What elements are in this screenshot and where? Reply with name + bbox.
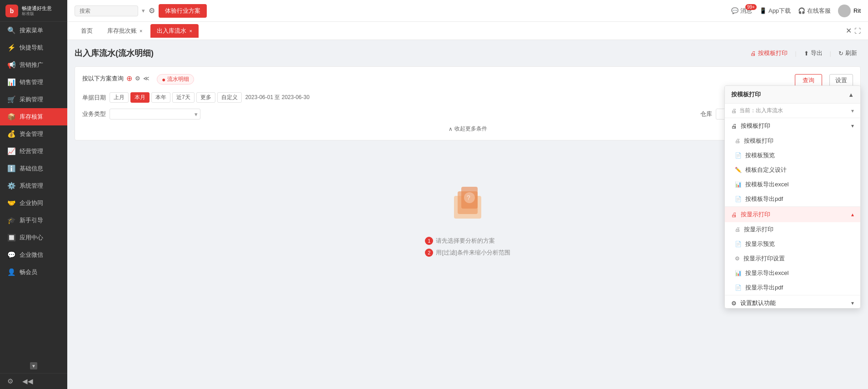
export-button[interactable]: ⬆ 导出 — [800, 47, 826, 59]
template-print-section-content: 🖨 按模板打印 📄 按模板预览 ✏️ 模板自定义设计 📊 — [725, 134, 860, 206]
sidebar-item-inventory[interactable]: 📦 库存核算 — [0, 108, 67, 125]
page-top-actions: 🖨 按模板打印 | ⬆ 导出 | ↻ 刷新 — [747, 47, 861, 59]
sidebar-item-quick-nav[interactable]: ⚡ 快捷导航 — [0, 39, 67, 56]
display-preview-icon: 📄 — [735, 241, 742, 247]
date-this-year[interactable]: 本年 — [151, 92, 170, 103]
tab-batch-ledger[interactable]: 库存批次账 × — [101, 24, 149, 38]
cooperation-icon: 🤝 — [7, 199, 16, 207]
date-custom[interactable]: 自定义 — [217, 92, 242, 103]
default-section-arrow: ▾ — [851, 300, 854, 306]
template-print-item[interactable]: 🖨 按模板打印 — [731, 134, 860, 148]
empty-icon: ? — [445, 182, 490, 228]
sidebar-item-purchase[interactable]: 🛒 采购管理 — [0, 91, 67, 108]
search-icon: 🔍 — [7, 26, 16, 35]
svg-text:?: ? — [467, 194, 470, 201]
collapse-sidebar-icon[interactable]: ◀◀ — [22, 377, 33, 385]
template-export-pdf-item[interactable]: 📄 按模板导出pdf — [731, 192, 860, 206]
trial-button[interactable]: 体验行业方案 — [159, 4, 207, 18]
avatar — [838, 5, 851, 17]
date-this-month[interactable]: 本月 — [130, 92, 150, 103]
sidebar-item-system[interactable]: ⚙️ 系统管理 — [0, 177, 67, 194]
page-header: 出入库流水(流水明细) 🖨 按模板打印 | ⬆ 导出 | ↻ 刷新 — [75, 47, 861, 59]
sidebar-item-member[interactable]: 👤 畅会员 — [0, 264, 67, 281]
sidebar-logo: b 畅捷通好生意 标准版 — [0, 0, 67, 22]
sidebar-item-tutorial[interactable]: 🎓 新手引导 — [0, 212, 67, 229]
display-export-excel-item[interactable]: 📊 按显示导出excel — [731, 266, 860, 280]
close-tab-btn[interactable]: ✕ — [846, 26, 852, 35]
item-preview-icon: 📄 — [735, 152, 742, 159]
topbar-dropdown-arrow[interactable]: ▾ — [142, 7, 145, 14]
tabbar: 首页 库存批次账 × 出入库流水 × ✕ ⛶ — [67, 22, 868, 40]
download-icon: 📱 — [759, 7, 767, 14]
item-design-icon: ✏️ — [735, 167, 742, 173]
empty-step-1: 1 请先选择要分析的方案 — [425, 237, 510, 245]
filter-config-button[interactable]: ⚙ — [135, 75, 140, 82]
date-filter-item: 单据日期 上月 本月 本年 近7天 更多 自定义 2023-06-01 至 20… — [82, 92, 309, 103]
template-design-item[interactable]: ✏️ 模板自定义设计 — [731, 163, 860, 177]
template-preview-item[interactable]: 📄 按模板预览 — [731, 148, 860, 163]
sidebar-item-operation[interactable]: 📈 经营管理 — [0, 143, 67, 160]
settings-button[interactable]: 设置 — [829, 74, 853, 87]
date-buttons: 上月 本月 本年 近7天 更多 自定义 — [110, 92, 242, 103]
display-preview-item[interactable]: 📄 按显示预览 — [731, 237, 860, 251]
item-print-icon: 🖨 — [735, 138, 740, 144]
filter-label: 按以下方案查询 — [82, 75, 124, 83]
date-range-label: 2023-06-01 至 2023-06-30 — [245, 94, 309, 101]
sidebar-item-wechat[interactable]: 💬 企业微信 — [0, 246, 67, 264]
settings-icon[interactable]: ⚙ — [7, 377, 13, 385]
online-service-button[interactable]: 🎧 在线客服 — [798, 7, 831, 15]
date-more[interactable]: 更多 — [196, 92, 215, 103]
filter-add-button[interactable]: ⊕ — [126, 74, 132, 83]
sidebar-item-sales[interactable]: 📊 销售管理 — [0, 74, 67, 91]
display-export-pdf-item[interactable]: 📄 按显示导出pdf — [731, 280, 860, 295]
quick-nav-icon: ⚡ — [7, 44, 16, 52]
inventory-icon: 📦 — [7, 113, 16, 121]
display-print-section-header[interactable]: 🖨 按显示打印 ▴ — [725, 207, 860, 222]
sidebar-item-cooperation[interactable]: 🤝 企业协同 — [0, 194, 67, 212]
display-print-item[interactable]: 🖨 按显示打印 — [731, 222, 860, 237]
sidebar-item-basic-info[interactable]: ℹ️ 基础信息 — [0, 160, 67, 177]
display-print-section-icon: 🖨 — [731, 211, 737, 218]
dropdown-collapse-arrow[interactable]: ▲ — [848, 91, 854, 98]
tab-flow[interactable]: 出入库流水 × — [150, 24, 198, 38]
app-download-button[interactable]: 📱 App下载 — [759, 7, 791, 15]
template-print-section-icon: 🖨 — [731, 123, 737, 130]
date-last-7days[interactable]: 近7天 — [172, 92, 195, 103]
message-button[interactable]: 💬 消息 99+ — [731, 7, 752, 15]
tab-home[interactable]: 首页 — [75, 24, 99, 38]
business-type-select[interactable] — [110, 109, 200, 120]
topbar-search-input[interactable] — [75, 5, 138, 16]
template-section-arrow: ▾ — [851, 123, 854, 129]
tab-close-batch-ledger[interactable]: × — [140, 28, 142, 34]
date-last-month[interactable]: 上月 — [110, 92, 129, 103]
empty-steps: 1 请先选择要分析的方案 2 用[过滤]条件来缩小分析范围 — [425, 237, 510, 260]
filter-label-group: 按以下方案查询 ⊕ ⚙ ≪ — [82, 74, 150, 83]
dropdown-section-default: ⚙ 设置默认功能 ▾ — [725, 295, 860, 308]
set-default-icon: ⚙ — [731, 300, 737, 307]
query-button[interactable]: 查询 — [795, 74, 822, 87]
sidebar-item-marketing[interactable]: 📢 营销推广 — [0, 56, 67, 74]
logo-icon: b — [5, 5, 18, 17]
collapse-button[interactable]: ∧ 收起更多条件 — [449, 125, 487, 133]
tab-close-flow[interactable]: × — [189, 28, 192, 34]
content-area: 出入库流水(流水明细) 🖨 按模板打印 | ⬆ 导出 | ↻ 刷新 — [67, 40, 868, 389]
refresh-button[interactable]: ↻ 刷新 — [835, 47, 861, 59]
step-num-2: 2 — [425, 249, 433, 257]
topbar-gear-icon[interactable]: ⚙ — [149, 6, 155, 15]
sidebar-item-app-center[interactable]: 🔲 应用中心 — [0, 229, 67, 246]
template-export-excel-item[interactable]: 📊 按模板导出excel — [731, 177, 860, 192]
template-print-button[interactable]: 🖨 按模板打印 — [747, 47, 791, 59]
display-print-icon: 🖨 — [735, 226, 740, 233]
user-info[interactable]: Rit — [838, 5, 861, 17]
expand-tab-btn[interactable]: ⛶ — [854, 27, 861, 35]
app-center-icon: 🔲 — [7, 234, 16, 242]
sidebar-item-finance[interactable]: 💰 资金管理 — [0, 125, 67, 143]
sidebar-item-search[interactable]: 🔍 搜索菜单 — [0, 22, 67, 39]
filter-collapse-icon[interactable]: ≪ — [143, 75, 150, 82]
dropdown-section-display: 🖨 按显示打印 ▴ 🖨 按显示打印 📄 按显示预览 — [725, 207, 860, 295]
set-default-section-header[interactable]: ⚙ 设置默认功能 ▾ — [725, 295, 860, 308]
template-print-section-header[interactable]: 🖨 按模板打印 ▾ — [725, 118, 860, 134]
sidebar-scroll-down[interactable]: ▼ — [30, 362, 37, 369]
display-print-settings-item[interactable]: ⚙ 按显示打印设置 — [731, 251, 860, 266]
dropdown-header: 按模板打印 ▲ — [725, 86, 860, 104]
